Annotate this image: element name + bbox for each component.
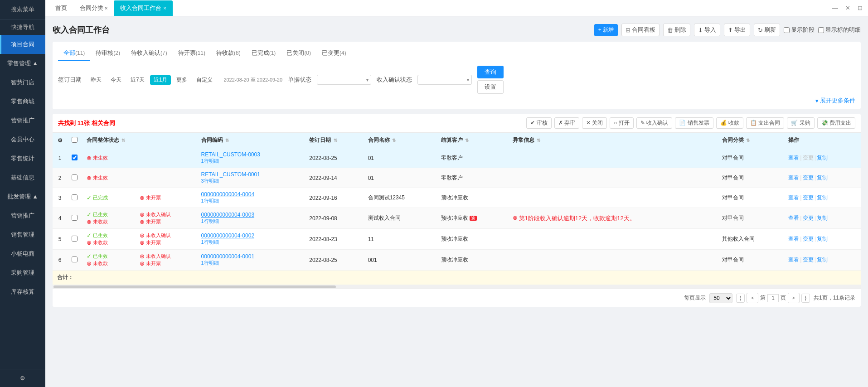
action-btn-abandon[interactable]: ✗ 弃审 — [554, 117, 579, 129]
filter-tab-all[interactable]: 全部(11) — [58, 46, 90, 61]
horizontal-scrollbar[interactable] — [53, 285, 861, 289]
contract-code-link[interactable]: RETAIL_CUSTOM-0003 — [201, 151, 260, 158]
op-edit-btn[interactable]: 变更 — [803, 236, 814, 242]
sidebar-item-base_info[interactable]: 基础信息 — [0, 168, 45, 187]
date-btn-今天[interactable]: 今天 — [107, 75, 125, 85]
sidebar-item-retail[interactable]: 零售管理 ▲ — [0, 54, 45, 73]
prev-page-btn[interactable]: ＜ — [747, 293, 758, 303]
op-copy-btn[interactable]: 复制 — [817, 236, 828, 242]
filter-tab-completed[interactable]: 已完成(1) — [246, 46, 281, 61]
sidebar-item-smart_store[interactable]: 智慧门店 — [0, 73, 45, 92]
contract-code-link[interactable]: 0000000000004-0004 — [201, 191, 254, 198]
filter-tab-closed[interactable]: 已关闭(0) — [281, 46, 316, 61]
income-confirm-select[interactable] — [417, 75, 472, 85]
contract-code-link[interactable]: 0000000000004-0002 — [201, 232, 254, 239]
tab-close-contract_category[interactable]: × — [103, 5, 107, 11]
sidebar-item-retail_stat[interactable]: 零售统计 — [0, 149, 45, 168]
next-page-btn[interactable]: ＞ — [788, 293, 800, 303]
window-restore-btn[interactable]: ⊡ — [856, 4, 864, 12]
row-checkbox[interactable] — [72, 174, 78, 180]
action-btn-sales_invoice[interactable]: 📄 销售发票 — [675, 117, 713, 129]
query-button[interactable]: 查询 — [477, 66, 504, 78]
date-btn-更多[interactable]: 更多 — [173, 75, 191, 85]
contract-code-link[interactable]: 0000000000004-0003 — [201, 212, 254, 218]
select-all-checkbox[interactable] — [72, 137, 78, 143]
sidebar-item-retail_mall[interactable]: 零售商城 — [0, 92, 45, 111]
sidebar-item-purchase[interactable]: 采购管理 — [0, 263, 45, 282]
new-button[interactable]: + 新增 — [594, 24, 618, 36]
filter-tab-changed[interactable]: 已变更(4) — [316, 46, 352, 61]
op-copy-btn[interactable]: 复制 — [817, 215, 828, 221]
action-btn-income_confirm[interactable]: ✎ 收入确认 — [636, 117, 672, 129]
contract-code-link[interactable]: 0000000000004-0001 — [201, 253, 254, 260]
tab-contract_category[interactable]: 合同分类 × — [73, 0, 114, 16]
op-copy-btn[interactable]: 复制 — [817, 155, 828, 161]
sidebar-item-project[interactable]: 项目合同 — [0, 35, 45, 54]
sidebar-search[interactable]: 搜索菜单 — [0, 0, 45, 19]
contract-code-link[interactable]: RETAIL_CUSTOM-0001 — [201, 171, 260, 178]
op-copy-btn[interactable]: 复制 — [817, 174, 828, 181]
date-btn-自定义[interactable]: 自定义 — [193, 75, 216, 85]
tab-close-income_workbench[interactable]: × — [163, 5, 166, 11]
op-view-btn[interactable]: 查看 — [788, 174, 799, 181]
set-button[interactable]: 设置 — [477, 80, 504, 94]
op-edit-btn[interactable]: 变更 — [803, 256, 814, 263]
refresh-button[interactable]: ↻ 刷新 — [754, 24, 780, 36]
action-btn-collection[interactable]: 💰 收款 — [716, 117, 743, 129]
action-btn-purchase[interactable]: 🛒 采购 — [787, 117, 814, 129]
last-page-btn[interactable]: ⟩ — [801, 294, 810, 303]
op-copy-btn[interactable]: 复制 — [817, 256, 828, 263]
action-btn-open[interactable]: ○ 打开 — [610, 117, 634, 129]
op-view-btn[interactable]: 查看 — [788, 155, 799, 161]
col-settings[interactable]: ⚙ — [53, 133, 67, 148]
scrollbar-thumb[interactable] — [53, 285, 336, 288]
page-size-select[interactable]: 102050100 — [709, 293, 732, 303]
filter-tab-pending_invoice[interactable]: 待开票(11) — [173, 46, 211, 61]
sidebar-item-member[interactable]: 会员中心 — [0, 130, 45, 149]
window-minimize-btn[interactable]: — — [830, 4, 840, 12]
sidebar-quick-nav[interactable]: 快捷导航 — [0, 19, 45, 35]
export-button[interactable]: ⬆ 导出 — [724, 24, 750, 36]
expand-more-btn[interactable]: ▾ 展开更多条件 — [815, 97, 855, 105]
window-close-btn[interactable]: ✕ — [844, 4, 852, 12]
col-sign-date[interactable]: 签订日期 ⇅ — [305, 133, 363, 148]
sidebar-item-marketing[interactable]: 营销推广 — [0, 111, 45, 130]
filter-tab-pending_review[interactable]: 待审核(2) — [90, 46, 126, 61]
show-label-detail-checkbox[interactable]: 显示标的明细 — [818, 26, 861, 34]
col-category[interactable]: 合同分类 ⇅ — [718, 133, 784, 148]
op-view-btn[interactable]: 查看 — [788, 236, 799, 242]
doc-status-select[interactable] — [317, 75, 371, 85]
op-copy-btn[interactable]: 复制 — [817, 194, 828, 201]
sidebar-item-sales_mgmt[interactable]: 销售管理 — [0, 225, 45, 244]
sidebar-item-marketing2[interactable]: 营销推广 — [0, 206, 45, 225]
sidebar-item-xiao畅[interactable]: 小畅电商 — [0, 244, 45, 263]
date-btn-昨天[interactable]: 昨天 — [87, 75, 105, 85]
first-page-btn[interactable]: ⟨ — [736, 294, 745, 303]
col-customer[interactable]: 结算客户 ⇅ — [436, 133, 508, 148]
row-checkbox[interactable] — [72, 155, 78, 160]
op-edit-btn[interactable]: 变更 — [803, 194, 814, 201]
row-checkbox[interactable] — [72, 256, 78, 262]
col-error-info[interactable]: 异常信息 ⇅ — [508, 133, 718, 148]
filter-tab-pending_collection[interactable]: 待收款(8) — [211, 46, 246, 61]
date-btn-近1月[interactable]: 近1月 — [150, 75, 171, 85]
sidebar-settings[interactable]: ⚙ — [0, 369, 45, 387]
import-button[interactable]: ⬇ 导入 — [694, 24, 720, 36]
date-btn-近7天[interactable]: 近7天 — [127, 75, 148, 85]
action-btn-review[interactable]: ✔ 审核 — [526, 117, 551, 129]
row-checkbox[interactable] — [72, 236, 78, 242]
current-page[interactable]: 1 — [767, 294, 779, 302]
action-btn-expense_payout[interactable]: 💸 费用支出 — [817, 117, 855, 129]
op-view-btn[interactable]: 查看 — [788, 215, 799, 221]
contract-board-button[interactable]: ⊞ 合同看板 — [621, 24, 659, 36]
tab-income_workbench[interactable]: 收入合同工作台 × — [114, 0, 172, 16]
tab-home[interactable]: 首页 — [49, 0, 73, 16]
delete-button[interactable]: 🗑 删除 — [663, 24, 690, 36]
row-checkbox[interactable] — [72, 215, 78, 221]
op-edit-btn[interactable]: 变更 — [803, 174, 814, 181]
op-view-btn[interactable]: 查看 — [788, 194, 799, 201]
col-code[interactable]: 合同编码 ⇅ — [197, 133, 305, 148]
sidebar-item-wholesale[interactable]: 批发管理 ▲ — [0, 187, 45, 206]
action-btn-close[interactable]: ✕ 关闭 — [582, 117, 607, 129]
col-status[interactable]: 合同整体状态 ⇅ — [82, 133, 197, 148]
